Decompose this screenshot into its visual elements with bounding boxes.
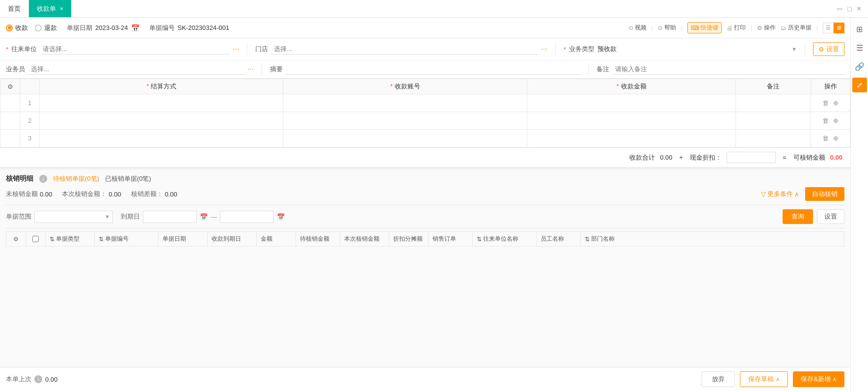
account-cell[interactable]: [283, 112, 527, 130]
bottom-col-date: 单据日期: [159, 232, 208, 246]
account-cell[interactable]: [283, 130, 527, 147]
gear-icon: ⚙: [818, 46, 824, 53]
footer-next-value: 0.00: [45, 376, 57, 383]
amount-cell[interactable]: [527, 130, 736, 147]
settlement-cell[interactable]: [40, 130, 283, 147]
date-from-input[interactable]: 2022-04-01: [143, 211, 197, 223]
total-row: 收款合计 0.00 + 现金折扣： = 可核销金额 0.00: [0, 148, 850, 168]
range-filter: 单据范围 ▼: [6, 211, 113, 223]
remark-header: 备注: [736, 79, 811, 94]
counterparty-input[interactable]: [40, 44, 230, 55]
print-btn[interactable]: 🖨 打印: [727, 24, 746, 32]
copy-row-icon[interactable]: ⊕: [833, 135, 839, 142]
delete-row-icon[interactable]: 🗑: [822, 117, 829, 124]
more-conditions-btn[interactable]: ▽ 更多条件 ∧: [761, 190, 799, 198]
settings-col-header[interactable]: ⚙: [0, 79, 20, 94]
sidebar-link-icon[interactable]: 🔗: [852, 59, 867, 74]
date-value[interactable]: 2023-03-24: [95, 24, 128, 31]
window-minimize-btn[interactable]: ─: [837, 4, 842, 13]
close-tab-icon[interactable]: ×: [60, 5, 63, 12]
window-close-btn[interactable]: ×: [857, 4, 861, 13]
data-table-section: ⚙ * 结算方式 * 收款账号 * 收款金额: [0, 79, 850, 148]
tab-receipt[interactable]: 收款单 ×: [29, 0, 71, 17]
table-row: 2 🗑 ⊕: [0, 112, 850, 130]
video-btn[interactable]: ⊙ 视频: [628, 24, 647, 32]
operation-icon: ⚙: [757, 25, 762, 31]
op-cell: 🗑 ⊕: [811, 130, 850, 147]
copy-row-icon[interactable]: ⊕: [833, 99, 839, 107]
settlement-method-header: * 结算方式: [40, 79, 283, 94]
table-settings-icon[interactable]: ⚙: [7, 83, 13, 90]
bottom-col-checkbox[interactable]: [26, 232, 46, 246]
settings-btn[interactable]: 设置: [817, 209, 844, 224]
bottom-col-due-date: 收款到期日: [208, 232, 257, 246]
history-btn[interactable]: 🗂 历史单据: [781, 24, 812, 32]
sidebar-table-icon[interactable]: ⊞: [852, 22, 867, 36]
bottom-col-settings[interactable]: ⚙: [6, 232, 26, 246]
query-btn[interactable]: 查询: [783, 209, 813, 224]
settlement-cell[interactable]: [40, 94, 283, 112]
remark-cell[interactable]: [736, 112, 811, 130]
info-circle-icon[interactable]: i: [34, 375, 42, 383]
bottom-col-counterparty: ⇅ 往来单位名称: [473, 232, 537, 246]
layout-grid-btn[interactable]: ⊞: [834, 23, 844, 33]
copy-row-icon[interactable]: ⊕: [833, 117, 839, 124]
settlement-cell[interactable]: [40, 112, 283, 130]
summary-input[interactable]: [286, 64, 580, 75]
amount-cell[interactable]: [527, 94, 736, 112]
date-field-group: 单据日期 2023-03-24 📅: [67, 24, 139, 32]
radio-receipt[interactable]: 收款: [6, 24, 28, 32]
save-new-btn[interactable]: 保存&新增 ∧: [793, 371, 844, 387]
save-new-arrow-icon: ∧: [833, 376, 837, 383]
auto-verify-btn[interactable]: 自动核销: [805, 187, 844, 201]
diff-stat: 核销差额： 0.00: [131, 190, 177, 198]
account-cell[interactable]: [283, 94, 527, 112]
salesperson-input[interactable]: [28, 64, 244, 75]
settings-button[interactable]: ⚙ 设置: [813, 42, 844, 56]
filter-icon: ▽: [761, 191, 766, 198]
tab-home[interactable]: 首页: [0, 0, 29, 17]
dropdown-arrow-icon[interactable]: ▼: [791, 46, 797, 52]
calendar-icon[interactable]: 📅: [131, 24, 139, 32]
row-settings-cell: [0, 130, 20, 147]
save-draft-btn[interactable]: 保存草稿 ∧: [740, 371, 788, 387]
remark-cell[interactable]: [736, 94, 811, 112]
summary-field: 摘要: [270, 64, 580, 75]
info-icon[interactable]: i: [39, 175, 47, 183]
delete-row-icon[interactable]: 🗑: [822, 99, 829, 107]
operation-btn[interactable]: ⚙ 操作: [757, 24, 776, 32]
remark-input[interactable]: [612, 64, 844, 75]
calendar-to-icon[interactable]: 📅: [277, 213, 285, 221]
number-value[interactable]: SK-20230324-001: [178, 24, 230, 31]
help-btn[interactable]: ⊙ 帮助: [658, 24, 676, 32]
diff-value: 0.00: [165, 191, 177, 198]
pending-tab-link[interactable]: 待核销单据(0笔): [53, 174, 99, 183]
discount-input[interactable]: [727, 152, 776, 163]
account-number-header: * 收款账号: [283, 79, 527, 94]
calendar-from-icon[interactable]: 📅: [200, 213, 208, 221]
radio-refund[interactable]: 退款: [35, 24, 57, 32]
table-row: 3 🗑 ⊕: [0, 130, 850, 147]
bottom-col-amount: 金额: [257, 232, 296, 246]
sidebar-list-icon[interactable]: ☰: [852, 40, 867, 55]
delete-row-icon[interactable]: 🗑: [822, 135, 829, 142]
abandon-btn[interactable]: 放弃: [702, 371, 735, 387]
store-input[interactable]: [271, 44, 538, 55]
counterparty-more-btn[interactable]: ···: [233, 45, 239, 54]
unchecked-value: 0.00: [40, 191, 52, 198]
window-maximize-btn[interactable]: □: [847, 5, 851, 13]
range-select[interactable]: [34, 211, 113, 223]
net-amount-value: 0.00: [830, 154, 842, 161]
completed-tab-link[interactable]: 已核销单据(0笔): [105, 174, 151, 183]
bottom-settings-icon[interactable]: ⚙: [13, 236, 19, 243]
amount-cell[interactable]: [527, 112, 736, 130]
sidebar-expand-icon[interactable]: ⤢: [852, 78, 867, 92]
select-all-checkbox[interactable]: [32, 236, 39, 242]
date-to-input[interactable]: 2022-04-12: [220, 211, 274, 223]
salesperson-more-btn[interactable]: ···: [247, 65, 254, 74]
business-type-value[interactable]: 预收款: [597, 45, 788, 54]
shortcut-btn[interactable]: ⌨ 快捷键: [687, 22, 722, 33]
store-more-btn[interactable]: ···: [541, 45, 547, 54]
layout-list-btn[interactable]: ☰: [823, 23, 834, 33]
remark-cell[interactable]: [736, 130, 811, 147]
